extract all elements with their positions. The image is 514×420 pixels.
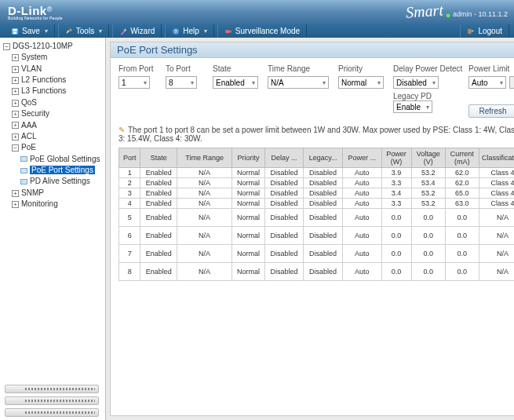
svg-rect-1 [13,28,17,31]
admin-status: ● admin - 10.11.1.2 [446,10,508,20]
expand-icon[interactable]: + [12,66,19,73]
col-state[interactable]: State [140,148,177,168]
tree-poe-global[interactable]: PoE Global Settings [20,154,104,165]
tree-monitoring[interactable]: +Monitoring [12,199,104,210]
wizard-label: Wizard [130,27,155,35]
col-power-w[interactable]: Power (W) [381,148,411,168]
delay-label: Delay Power Detect [393,64,464,73]
page-title: PoE Port Settings [117,44,514,56]
brand-tagline: Building Networks for People [8,16,63,20]
collapse-icon[interactable]: − [12,144,19,152]
col-power-limit[interactable]: Power ... [343,148,382,168]
main-toolbar: Save Tools Wizard ? Help Surveillance Mo… [0,24,514,38]
svg-point-3 [69,28,72,31]
tree-aaa[interactable]: +AAA [12,120,104,131]
wizard-button[interactable]: Wizard [112,24,162,38]
table-row[interactable]: 6EnabledN/ANormalDisabledDisabledAuto0.0… [119,227,515,245]
tools-menu[interactable]: Tools [58,24,109,38]
svg-rect-2 [13,31,16,34]
table-row[interactable]: 8EnabledN/ANormalDisabledDisabledAuto0.0… [119,263,515,281]
app-header: D-Link® Building Networks for People Sma… [0,0,514,24]
content-panel: PoE Port Settings Safeguard From Port To… [110,42,514,416]
page-icon [20,168,27,173]
poe-port-table: Port State Time Range Priority Delay ...… [118,148,514,281]
col-port[interactable]: Port [119,148,140,168]
table-row[interactable]: 5EnabledN/ANormalDisabledDisabledAuto0.0… [119,209,515,227]
col-delay[interactable]: Delay ... [265,148,304,168]
expand-icon[interactable]: + [12,77,19,84]
expand-icon[interactable]: + [12,100,19,107]
expand-icon[interactable]: + [12,54,19,61]
state-select[interactable]: Enabled [213,76,258,89]
tree-snmp[interactable]: +SNMP [12,188,104,199]
from-port-label: From Port [118,64,161,73]
priority-label: Priority [338,64,388,73]
tree-l2[interactable]: +L2 Functions [12,75,104,86]
col-time-range[interactable]: Time Range [177,148,232,168]
logout-icon [467,27,475,35]
panel-titlebar: PoE Port Settings Safeguard [111,42,514,58]
svg-rect-7 [468,28,472,33]
smart-logo: Smart [405,1,443,21]
refresh-button[interactable]: Refresh [468,104,514,118]
expand-icon[interactable]: + [12,111,19,118]
col-priority[interactable]: Priority [232,148,265,168]
delay-select[interactable]: Disabled [393,76,439,89]
tree-l3[interactable]: +L3 Functions [12,86,104,97]
device-image [5,362,99,417]
state-label: State [213,64,263,73]
save-icon [11,27,19,35]
table-row[interactable]: 1EnabledN/ANormalDisabledDisabledAuto3.9… [119,168,515,178]
logout-label: Logout [478,27,502,35]
power-limit-label: Power Limit [468,64,514,73]
expand-icon[interactable]: + [12,133,19,141]
tree-qos[interactable]: +QoS [12,97,104,108]
expand-icon[interactable]: + [12,201,19,208]
legacy-label: Legacy PD [393,92,464,100]
wizard-icon [119,27,127,35]
tree-system[interactable]: +System [12,52,104,63]
admin-label: admin - 10.11.1.2 [453,10,508,18]
table-row[interactable]: 7EnabledN/ANormalDisabledDisabledAuto0.0… [119,245,515,263]
table-row[interactable]: 4EnabledN/ANormalDisabledDisabledAuto3.3… [119,199,515,209]
col-classification[interactable]: Classification [479,148,514,168]
surveillance-label: Surveillance Mode [235,27,300,35]
time-range-select[interactable]: N/A [268,76,329,89]
logout-button[interactable]: Logout [460,24,509,38]
col-legacy[interactable]: Legacy... [304,148,343,168]
surveillance-button[interactable]: Surveillance Mode [217,24,307,38]
from-port-select[interactable]: 1 [118,76,150,89]
surveillance-icon [224,27,232,35]
tree-vlan[interactable]: +VLAN [12,64,104,75]
table-row[interactable]: 3EnabledN/ANormalDisabledDisabledAuto3.4… [119,188,515,199]
power-limit-select[interactable]: Auto [468,76,506,89]
tree-acl[interactable]: +ACL [12,131,104,142]
to-port-label: To Port [166,64,208,73]
expand-icon[interactable]: + [12,190,19,197]
nav-tree-panel: −DGS-1210-10MP +System +VLAN +L2 Functio… [0,38,106,420]
tree-pd-alive[interactable]: PD Alive Settings [20,176,104,187]
time-range-label: Time Range [268,64,334,73]
save-label: Save [22,27,40,35]
expand-icon[interactable]: + [12,122,19,129]
legacy-select[interactable]: Enable [393,100,432,113]
tree-security[interactable]: +Security [12,108,104,119]
tree-poe[interactable]: −PoE PoE Global Settings PoE Port Settin… [12,142,104,187]
col-current[interactable]: Current (mA) [445,148,479,168]
save-menu[interactable]: Save [5,24,55,38]
tools-icon [65,27,73,35]
pencil-icon: ✎ [118,126,125,134]
priority-select[interactable]: Normal [338,76,384,89]
tree-root[interactable]: −DGS-1210-10MP +System +VLAN +L2 Functio… [3,41,104,210]
to-port-select[interactable]: 8 [166,76,197,89]
tree-poe-port[interactable]: PoE Port Settings [20,165,104,176]
table-row[interactable]: 2EnabledN/ANormalDisabledDisabledAuto3.3… [119,178,515,188]
expand-icon[interactable]: + [12,88,19,95]
filter-controls: From Port To Port State Time Range Prior… [118,64,514,118]
col-voltage[interactable]: Voltage (V) [411,148,445,168]
help-menu[interactable]: ? Help [165,24,214,38]
brand-reg: ® [47,5,53,13]
collapse-icon[interactable]: − [3,43,10,50]
svg-text:?: ? [175,28,177,33]
power-limit-input[interactable] [509,76,514,89]
